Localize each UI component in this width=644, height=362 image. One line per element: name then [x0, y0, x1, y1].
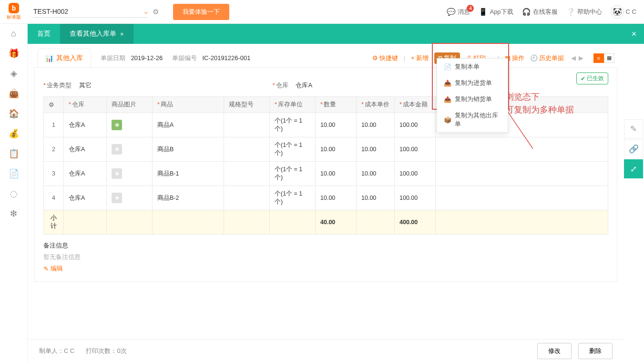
- row-index: 4: [44, 186, 64, 210]
- subtotal-label: 小计: [44, 210, 64, 235]
- doc-date-label: 单据日期: [101, 54, 125, 62]
- remark-edit-label: 编辑: [51, 264, 63, 273]
- dd-to-purchase[interactable]: 📥复制为进货单: [437, 75, 508, 91]
- doc-no-value: IC-20191226-001: [202, 54, 250, 62]
- page-body: 📊 其他入库 单据日期 2019-12-26 单据编号 IC-20191226-…: [28, 44, 624, 310]
- rail-loading-icon[interactable]: ◌: [9, 189, 19, 198]
- view-grid-button[interactable]: ▦: [604, 53, 614, 63]
- doc-type-tab[interactable]: 📊 其他入库: [37, 49, 91, 67]
- rail-gift-icon[interactable]: 🎁: [9, 49, 19, 58]
- th-warehouse: *仓库: [64, 97, 107, 113]
- row-qty: 10.00: [316, 137, 357, 162]
- nav-online-service-label: 在线客服: [533, 8, 558, 16]
- rail-link-icon[interactable]: 🔗: [624, 139, 643, 158]
- doc-icon: 📄: [444, 63, 451, 71]
- dd-copy-this[interactable]: 📄复制本单: [437, 59, 508, 75]
- headset-icon: 🎧: [522, 8, 531, 16]
- tabstrip-close-button[interactable]: ×: [624, 24, 644, 44]
- row-spec: [224, 137, 270, 162]
- table-row[interactable]: 4仓库A❋商品B-2个(1个 = 1个)10.0010.00100.00: [44, 186, 608, 210]
- required-marker: *: [43, 82, 46, 89]
- tab-home[interactable]: 首页: [28, 24, 60, 44]
- nav-online-service[interactable]: 🎧 在线客服: [522, 8, 558, 16]
- row-qty: 10.00: [316, 186, 357, 210]
- row-product: 商品B: [153, 137, 224, 162]
- row-price: 10.00: [357, 186, 395, 210]
- nav-app-download[interactable]: 📱 App下载: [479, 8, 513, 16]
- try-button[interactable]: 我要体验一下: [173, 4, 229, 20]
- outbound-icon: 📦: [444, 116, 451, 124]
- rail-bag-icon[interactable]: 👜: [9, 89, 19, 98]
- logo: b 标准版: [0, 3, 28, 21]
- dd-to-other-out[interactable]: 📦复制为其他出库单: [437, 107, 508, 132]
- chevron-down-icon: ⌵: [144, 8, 148, 15]
- tab-detail-label: 查看其他入库单: [70, 30, 116, 38]
- rail-money-icon[interactable]: 💰: [9, 129, 19, 138]
- th-cost-price: *成本单价: [357, 97, 395, 113]
- dd-copy-this-label: 复制本单: [455, 62, 480, 71]
- row-price: 10.00: [357, 113, 395, 137]
- pager-next-icon[interactable]: ▶: [577, 54, 585, 62]
- left-nav-rail: ⌂ 🎁 ◈ 👜 🏠 💰 📋 📄 ◌ ❇: [0, 24, 28, 310]
- th-qty: *数量: [316, 97, 357, 113]
- user-menu[interactable]: 🐼 C C: [611, 5, 636, 19]
- th-gear[interactable]: ⚙: [44, 97, 64, 113]
- pager-prev-icon[interactable]: ◀: [570, 54, 577, 62]
- rail-diamond-icon[interactable]: ◈: [9, 69, 19, 78]
- row-qty: 10.00: [316, 113, 357, 137]
- tab-strip: 首页 查看其他入库单 × ×: [28, 24, 644, 44]
- view-list-button[interactable]: ≡: [593, 53, 604, 63]
- gear-icon[interactable]: ⚙: [153, 8, 159, 16]
- rail-home-icon[interactable]: ⌂: [9, 29, 19, 38]
- dd-to-sales[interactable]: 📤复制为销货单: [437, 91, 508, 107]
- history-button[interactable]: 🕘历史单据: [530, 54, 564, 62]
- close-icon[interactable]: ×: [120, 31, 124, 38]
- row-unit: 个(1个 = 1个): [270, 186, 316, 210]
- doc-type-label: 其他入库: [56, 54, 83, 62]
- product-thumb-icon: ❋: [112, 193, 122, 203]
- product-thumb-icon: ❋: [112, 168, 122, 179]
- remark-edit-link[interactable]: ✎编辑: [43, 264, 608, 273]
- table-row[interactable]: 2仓库A❋商品B个(1个 = 1个)10.0010.00100.00: [44, 137, 608, 162]
- table-row[interactable]: 1仓库A❋商品A个(1个 = 1个)10.0010.00100.00: [44, 113, 608, 137]
- rail-note-icon[interactable]: ✎: [624, 119, 643, 138]
- pager: ◀ ▶: [570, 54, 585, 62]
- subtotal-qty: 40.00: [316, 210, 357, 235]
- rail-doc-icon[interactable]: 📄: [9, 169, 19, 178]
- row-amount: 100.00: [395, 162, 436, 186]
- nav-help-center[interactable]: ❔ 帮助中心: [566, 8, 602, 16]
- rail-new-icon[interactable]: ❇: [9, 209, 19, 218]
- rail-expand-icon[interactable]: ⤢: [624, 159, 643, 178]
- avatar: 🐼: [611, 5, 624, 19]
- product-thumb-icon: ❋: [112, 144, 122, 155]
- items-table: ⚙ *仓库 商品图片 *商品 规格型号 *库存单位 *数量 *成本单价 *成本金…: [43, 96, 608, 235]
- user-name: C C: [626, 8, 636, 15]
- row-unit: 个(1个 = 1个): [270, 137, 316, 162]
- dd-to-purchase-label: 复制为进货单: [455, 79, 492, 87]
- doc-date-value: 2019-12-26: [131, 54, 163, 62]
- row-available: [436, 186, 608, 210]
- warehouse-value: 仓库A: [296, 82, 312, 89]
- doc-no-label: 单据编号: [172, 54, 197, 62]
- row-price: 10.00: [357, 162, 395, 186]
- row-available: [436, 137, 608, 162]
- row-warehouse: 仓库A: [64, 137, 107, 162]
- message-icon: 💬: [447, 8, 456, 16]
- separator: |: [404, 54, 405, 62]
- logo-icon: b: [9, 3, 19, 13]
- remark-section: 备注信息 暂无备注信息 ✎编辑: [43, 235, 608, 273]
- field-warehouse: *仓库 仓库A: [273, 81, 312, 90]
- messages-badge: 4: [467, 5, 474, 12]
- table-row[interactable]: 3仓库A❋商品B-1个(1个 = 1个)10.0010.00100.00: [44, 162, 608, 186]
- copy-dropdown: 📄复制本单 📥复制为进货单 📤复制为销货单 📦复制为其他出库单: [437, 58, 508, 133]
- shortcut-link[interactable]: ⚙快捷键: [372, 54, 398, 62]
- doc-card: ✔已生效 *业务类型 其它 *仓库 仓库A ⚙ *仓库 商品图片 *商品 规格型…: [34, 67, 617, 282]
- tab-detail[interactable]: 查看其他入库单 ×: [60, 24, 133, 44]
- header-right: 💬 消息 4 📱 App下载 🎧 在线客服 ❔ 帮助中心 🐼 C C: [447, 5, 636, 19]
- rail-clipboard-icon[interactable]: 📋: [9, 149, 19, 158]
- rail-house-icon[interactable]: 🏠: [9, 109, 19, 118]
- nav-messages[interactable]: 💬 消息 4: [447, 8, 470, 16]
- row-index: 3: [44, 162, 64, 186]
- org-selector[interactable]: TEST-H002 ⌵: [33, 6, 148, 18]
- new-button[interactable]: +新增: [411, 54, 429, 62]
